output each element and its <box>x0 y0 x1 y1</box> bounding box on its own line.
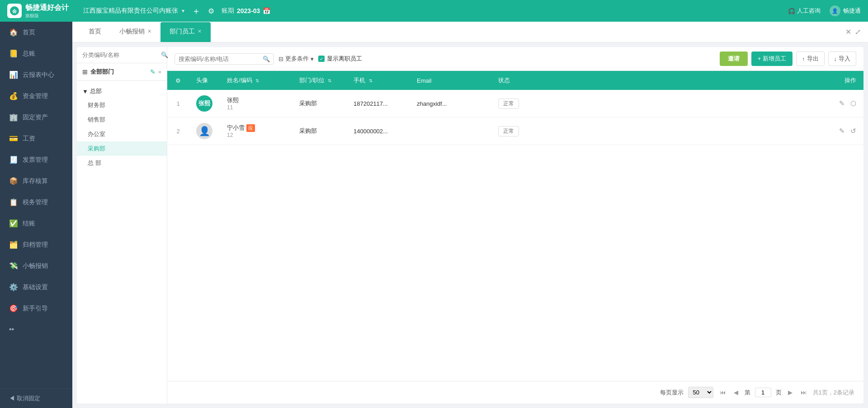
dept-collapse-icon[interactable]: « <box>158 69 161 75</box>
dept-node-sales[interactable]: 销售部 <box>77 113 167 127</box>
per-page-label: 每页显示 <box>660 389 684 397</box>
assets-icon: 🏢 <box>9 113 18 122</box>
page-content: 🔍 ⊞ 全部部门 ✎ « ▼ 总部 财务部 销售部 办公室 采购部 <box>77 47 863 403</box>
sidebar-item-tax[interactable]: 📋 税务管理 <box>0 192 72 213</box>
first-page-button[interactable]: ⏮ <box>718 388 727 397</box>
tab-employee-label: 部门员工 <box>170 28 195 36</box>
top-header: 会 畅捷通好会计 旗舰版 江西服宝精品有限责任公司内账张 ▾ ＋ ⚙ 账期 20… <box>0 0 868 22</box>
delete-employee-icon[interactable]: ↺ <box>850 127 856 135</box>
sidebar-item-salary[interactable]: 💳 工资 <box>0 128 72 149</box>
sidebar-label-close: 结账 <box>23 220 35 228</box>
tab-expense[interactable]: 小畅报销 ✕ <box>110 22 160 42</box>
sidebar-item-funds[interactable]: 💰 资金管理 <box>0 85 72 107</box>
sort-phone-icon[interactable]: ⇅ <box>369 78 373 83</box>
col-phone[interactable]: 手机 ⇅ <box>346 71 410 90</box>
sidebar-item-more[interactable]: •• <box>0 319 72 340</box>
tab-employee[interactable]: 部门员工 ✕ <box>160 22 211 42</box>
sidebar-item-expense[interactable]: 💸 小畅报销 <box>0 255 72 277</box>
support-label: 人工咨询 <box>797 7 821 15</box>
expense-icon: 💸 <box>9 262 18 270</box>
col-dept-label: 部门/职位 <box>299 77 325 84</box>
unpin-label: ◀ 取消固定 <box>9 394 40 403</box>
company-selector[interactable]: 江西服宝精品有限责任公司内账张 ▾ <box>83 7 184 15</box>
salary-icon: 💳 <box>9 134 18 143</box>
header-center: ＋ ⚙ 账期 2023-03 📅 <box>192 5 270 17</box>
tab-bar: 首页 小畅报销 ✕ 部门员工 ✕ ✕ ⤢ <box>72 22 868 42</box>
prev-page-button[interactable]: ◀ <box>732 388 740 397</box>
chevron-down-icon: ▾ <box>182 8 184 14</box>
sidebar-item-reports[interactable]: 📊 云报表中心 <box>0 64 72 85</box>
row-action-cell: ✎↺ <box>545 117 863 145</box>
sidebar-item-guide[interactable]: 🎯 新手引导 <box>0 298 72 319</box>
employee-search-input[interactable] <box>179 56 260 62</box>
unpin-button[interactable]: ◀ 取消固定 <box>0 389 72 408</box>
expand-icon[interactable]: ⤢ <box>855 28 861 36</box>
pagination-bar: 每页显示 50 100 200 ⏮ ◀ 第 页 ▶ ⏭ 共1页，2条记录 <box>167 381 863 403</box>
content-area: 首页 小畅报销 ✕ 部门员工 ✕ ✕ ⤢ 🔍 <box>72 22 868 408</box>
sort-name-icon[interactable]: ⇅ <box>255 78 259 83</box>
col-name[interactable]: 姓名/编码 ⇅ <box>220 71 292 90</box>
calendar-icon[interactable]: 📅 <box>263 7 270 14</box>
employee-search-box: 🔍 <box>175 53 274 65</box>
employee-status-tag: 正常 <box>498 126 519 136</box>
logout-employee-icon[interactable]: ⬡ <box>850 99 856 108</box>
sidebar-item-home[interactable]: 🏠 首页 <box>0 22 72 43</box>
per-page-select[interactable]: 50 100 200 <box>688 387 713 398</box>
tab-expense-close[interactable]: ✕ <box>147 28 151 34</box>
show-resigned-checkbox-area[interactable]: ✓ 显示离职员工 <box>318 55 362 63</box>
edit-employee-icon[interactable]: ✎ <box>839 127 845 135</box>
period-value[interactable]: 2023-03 <box>237 7 260 14</box>
dept-group-header[interactable]: ▼ 总部 <box>77 84 167 98</box>
export-button[interactable]: ↑ 导出 <box>796 52 825 66</box>
last-page-button[interactable]: ⏭ <box>799 388 808 397</box>
import-button[interactable]: ↓ 导入 <box>828 52 857 66</box>
col-email: Email <box>410 71 491 90</box>
dept-search-input[interactable] <box>82 52 158 58</box>
dept-all-label[interactable]: 全部部门 <box>90 68 147 76</box>
sidebar-item-settings[interactable]: ⚙️ 基础设置 <box>0 277 72 298</box>
row-number: 1 <box>167 90 189 117</box>
col-action: 操作 <box>545 71 863 90</box>
tab-home[interactable]: 首页 <box>80 22 110 42</box>
invite-button[interactable]: 邀请 <box>720 52 748 66</box>
period-area: 账期 2023-03 📅 <box>222 7 270 15</box>
toolbar-right: 邀请 + 新增员工 ↑ 导出 ↓ 导入 <box>720 52 856 66</box>
dept-search-bar: 🔍 <box>77 47 167 63</box>
sidebar-item-ledger[interactable]: 📒 总账 <box>0 43 72 64</box>
add-account-button[interactable]: ＋ <box>192 5 201 17</box>
company-name: 江西服宝精品有限责任公司内账张 <box>83 7 178 15</box>
col-setting[interactable]: ⚙ <box>167 71 189 90</box>
settings-icon[interactable]: ⚙ <box>208 7 214 15</box>
next-page-button[interactable]: ▶ <box>786 388 794 397</box>
filter-button[interactable]: ⊟ 更多条件 ▾ <box>278 55 314 63</box>
dept-node-hq[interactable]: 总 部 <box>77 156 167 170</box>
page-number-input[interactable] <box>755 388 771 397</box>
col-dept[interactable]: 部门/职位 ⇅ <box>292 71 346 90</box>
search-icon[interactable]: 🔍 <box>263 56 270 62</box>
sidebar-label-settings: 基础设置 <box>23 283 48 291</box>
add-employee-button[interactable]: + 新增员工 <box>751 52 793 66</box>
tab-home-label: 首页 <box>89 28 101 36</box>
row-status-cell: 正常 <box>491 90 545 117</box>
user-menu[interactable]: 👤 畅捷通 <box>830 5 861 16</box>
sort-dept-icon[interactable]: ⇅ <box>328 78 331 83</box>
employee-table: ⚙ 头像 姓名/编码 ⇅ 部门/职位 ⇅ <box>167 71 863 145</box>
dept-node-purchase[interactable]: 采购部 <box>77 141 167 156</box>
close-tab-icon[interactable]: ✕ <box>845 28 851 36</box>
sidebar-item-assets[interactable]: 🏢 固定资产 <box>0 107 72 128</box>
tab-employee-close[interactable]: ✕ <box>198 28 202 34</box>
edit-employee-icon[interactable]: ✎ <box>839 99 845 108</box>
dept-node-finance[interactable]: 财务部 <box>77 98 167 113</box>
sidebar-item-close[interactable]: ✅ 结账 <box>0 213 72 234</box>
sidebar-item-invoice[interactable]: 🧾 发票管理 <box>0 149 72 170</box>
sidebar-item-inventory[interactable]: 📦 库存核算 <box>0 170 72 192</box>
app-subtitle: 旗舰版 <box>25 13 69 19</box>
row-phone-cell: 187202117... <box>346 90 410 117</box>
show-resigned-checkbox[interactable]: ✓ <box>318 56 325 62</box>
dept-node-office[interactable]: 办公室 <box>77 127 167 141</box>
guide-icon: 🎯 <box>9 304 18 313</box>
sidebar-item-archive[interactable]: 🗂️ 归档管理 <box>0 234 72 255</box>
dept-tree-header: ⊞ 全部部门 ✎ « <box>77 63 167 81</box>
dept-edit-icon[interactable]: ✎ <box>150 68 156 75</box>
support-button[interactable]: 🎧 人工咨询 <box>788 7 821 15</box>
